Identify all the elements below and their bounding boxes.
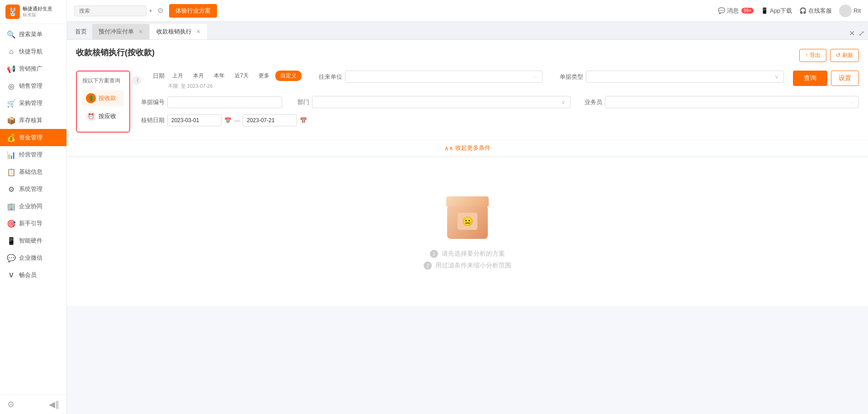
tab-collection-close-icon[interactable]: ✕ — [196, 29, 201, 35]
export-button[interactable]: ↑ 导出 — [799, 49, 826, 62]
dept-select[interactable]: ∨ — [312, 96, 571, 108]
page-header-wrapper: 收款核销执行(按收款) ↑ 导出 ↺ 刷新 — [67, 40, 868, 156]
date-to-text: 至 2023-07-26 — [181, 83, 212, 90]
verify-end-date-input[interactable] — [243, 114, 297, 126]
staff-ellipsis: ··· — [849, 99, 854, 105]
empty-illustration: 😐 — [436, 185, 499, 239]
date-btn-last-month[interactable]: 上月 — [168, 71, 187, 81]
content-inner: 收款核销执行(按收款) ↑ 导出 ↺ 刷新 — [67, 40, 868, 306]
app-logo-icon: 🐰 — [5, 5, 20, 19]
tab-collection[interactable]: 收款核销执行 ✕ — [150, 24, 207, 39]
sidebar-item-inventory[interactable]: 📦 库存核算 — [0, 112, 66, 129]
member-icon: V — [7, 271, 15, 279]
sales-icon: ◎ — [7, 82, 15, 90]
user-name: Rit — [854, 7, 861, 14]
fold-up-icon: ∧∧ — [444, 145, 453, 152]
query-button[interactable]: 查询 — [793, 71, 827, 86]
tab-prepay-label: 预付冲应付单 — [99, 28, 134, 36]
date-btn-7days[interactable]: 近7天 — [231, 71, 253, 81]
filter-option-by-collection[interactable]: 💲 按收款 — [82, 90, 124, 106]
staff-input[interactable]: ··· — [605, 96, 859, 108]
filter-option-by-receivable[interactable]: ⏰ 按应收 — [82, 108, 124, 124]
online-service-button[interactable]: 🎧 在线客服 — [799, 7, 832, 15]
sidebar-item-marketing-label: 营销推广 — [19, 65, 42, 73]
hardware-icon: 📱 — [7, 237, 15, 245]
sidebar-item-quick-label: 快捷导航 — [19, 48, 42, 56]
bill-no-input[interactable] — [167, 96, 282, 108]
sidebar-item-system[interactable]: ⚙ 系统管理 — [0, 181, 66, 198]
date-btn-more[interactable]: 更多 — [255, 71, 274, 81]
collapse-filter-sidebar-button[interactable]: 《 — [132, 76, 141, 85]
expand-tab-icon[interactable]: ⤢ — [859, 29, 864, 38]
sidebar-item-system-label: 系统管理 — [19, 185, 42, 193]
sidebar-item-operation[interactable]: 📊 经营管理 — [0, 146, 66, 163]
collapse-icon: 《 — [134, 77, 139, 84]
message-label: 消息 — [727, 7, 739, 15]
sidebar-item-wechat[interactable]: 💬 企业微信 — [0, 249, 66, 266]
sidebar-bottom: ⚙ ◀‖ — [0, 395, 66, 414]
sidebar-item-basic-label: 基础信息 — [19, 168, 42, 176]
sidebar-item-quick[interactable]: ⌂ 快捷导航 — [0, 43, 66, 60]
hint-num-1: 1 — [430, 250, 438, 258]
verify-calendar-start-icon[interactable]: 📅 — [224, 117, 231, 124]
close-all-tabs-icon[interactable]: ✕ — [849, 29, 855, 38]
tab-prepay[interactable]: 预付冲应付单 ✕ — [92, 24, 149, 39]
sidebar-item-search-label: 搜索菜单 — [19, 30, 42, 38]
industry-solution-button[interactable]: 体验行业方案 — [169, 4, 217, 18]
collapse-conditions-button[interactable]: ∧∧ 收起更多条件 — [444, 144, 491, 152]
sidebar-item-marketing[interactable]: 📢 营销推广 — [0, 60, 66, 77]
tab-home[interactable]: 首页 — [71, 24, 91, 39]
tab-collection-label: 收款核销执行 — [156, 28, 192, 36]
wechat-icon: 💬 — [7, 254, 15, 262]
counterparty-label: 往来单位 — [311, 73, 342, 81]
hint-text-1: 请先选择要分析的方案 — [442, 250, 505, 258]
topbar-chevron-icon: ▾ — [149, 8, 152, 14]
operation-icon: 📊 — [7, 151, 15, 159]
topbar-right: 💬 消息 99+ 📱 App下载 🎧 在线客服 Rit — [718, 5, 861, 17]
filter-sidebar-panel: 按以下方案查询 💲 按收款 ⏰ 按应收 — [76, 71, 130, 133]
message-button[interactable]: 💬 消息 99+ — [718, 7, 754, 15]
sidebar-item-basic[interactable]: 📋 基础信息 — [0, 163, 66, 181]
sidebar-item-sales[interactable]: ◎ 销售管理 — [0, 77, 66, 95]
sidebar-item-search[interactable]: 🔍 搜索菜单 — [0, 26, 66, 43]
date-btn-custom[interactable]: 自定义 — [275, 71, 302, 81]
staff-label: 业务员 — [580, 98, 602, 106]
tabbar: 首页 预付冲应付单 ✕ 收款核销执行 ✕ ✕ ⤢ — [67, 22, 868, 40]
sidebar-item-hardware[interactable]: 📱 智能硬件 — [0, 232, 66, 249]
setting-button[interactable]: 设置 — [831, 71, 859, 86]
topbar-gear-icon[interactable]: ⚙ — [157, 6, 164, 15]
message-badge: 99+ — [741, 8, 754, 14]
sidebar-item-guide-label: 新手引导 — [19, 219, 42, 228]
verify-date-range: 📅 — 📅 — [167, 114, 307, 126]
sidebar-item-member[interactable]: V 畅会员 — [0, 266, 66, 284]
user-profile-button[interactable]: Rit — [839, 5, 861, 17]
app-download-icon: 📱 — [761, 7, 768, 14]
sidebar-item-hardware-label: 智能硬件 — [19, 237, 42, 245]
bill-type-select[interactable]: ∨ — [586, 71, 784, 83]
sidebar-item-guide[interactable]: 🎯 新手引导 — [0, 215, 66, 232]
verify-date-label: 核销日期 — [137, 116, 165, 124]
sidebar-item-finance[interactable]: 💰 资金管理 — [0, 129, 66, 146]
purchase-icon: 🛒 — [7, 99, 15, 107]
refresh-button[interactable]: ↺ 刷新 — [830, 49, 859, 62]
topbar-search-input[interactable] — [74, 5, 146, 16]
sidebar-logo: 🐰 畅捷通好生意 标准版 — [0, 0, 66, 24]
collapse-sidebar-icon[interactable]: ◀‖ — [49, 400, 59, 409]
sidebar-item-enterprise[interactable]: 🏢 企业协同 — [0, 198, 66, 215]
date-btn-this-month[interactable]: 本月 — [189, 71, 208, 81]
sidebar-item-purchase[interactable]: 🛒 采购管理 — [0, 95, 66, 112]
verify-start-date-input[interactable] — [167, 114, 222, 126]
tabbar-right-actions: ✕ ⤢ — [849, 29, 864, 39]
counterparty-ellipsis: ··· — [533, 73, 538, 80]
tab-prepay-close-icon[interactable]: ✕ — [138, 29, 143, 35]
sidebar-item-operation-label: 经营管理 — [19, 151, 42, 159]
hint-num-2: 2 — [424, 262, 432, 270]
verify-calendar-end-icon[interactable]: 📅 — [300, 117, 307, 124]
by-receivable-label: 按应收 — [99, 112, 116, 120]
date-btn-this-year[interactable]: 本年 — [210, 71, 229, 81]
counterparty-input[interactable]: ··· — [345, 71, 543, 83]
settings-bottom-icon[interactable]: ⚙ — [7, 400, 14, 409]
app-download-button[interactable]: 📱 App下载 — [761, 7, 792, 15]
verify-date-separator: — — [234, 117, 240, 124]
empty-face: 😐 — [458, 213, 477, 230]
